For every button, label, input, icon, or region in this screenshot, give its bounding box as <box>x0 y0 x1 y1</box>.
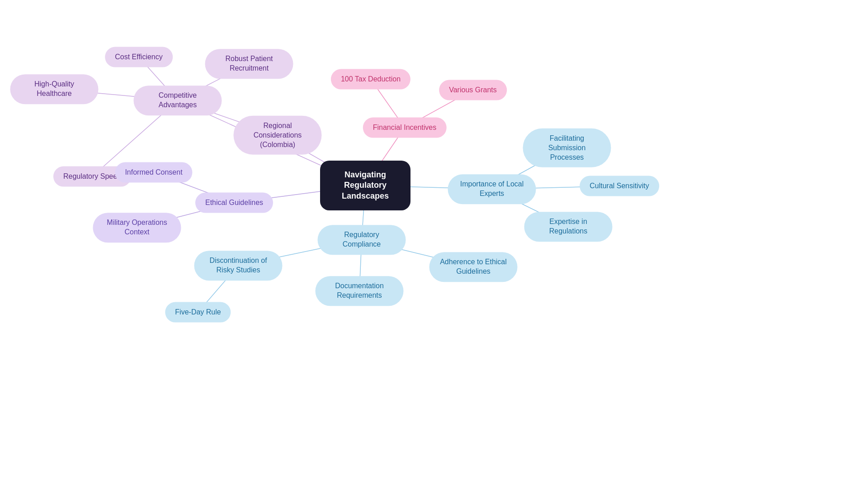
node-regulatory_compliance[interactable]: Regulatory Compliance <box>318 225 406 255</box>
node-ethical_guidelines[interactable]: Ethical Guidelines <box>195 193 273 213</box>
node-military_operations[interactable]: Military Operations Context <box>93 213 181 243</box>
node-financial_incentives[interactable]: Financial Incentives <box>363 118 447 138</box>
node-cultural_sensitivity[interactable]: Cultural Sensitivity <box>580 176 659 196</box>
node-regional_considerations[interactable]: Regional Considerations (Colombia) <box>234 116 322 155</box>
node-documentation[interactable]: Documentation Requirements <box>316 276 404 306</box>
node-expertise_regulations[interactable]: Expertise in Regulations <box>524 212 613 242</box>
node-center[interactable]: Navigating Regulatory Landscapes <box>320 161 410 210</box>
node-robust_patient[interactable]: Robust Patient Recruitment <box>205 49 293 79</box>
node-various_grants[interactable]: Various Grants <box>439 80 507 100</box>
node-importance_local[interactable]: Importance of Local Experts <box>448 174 536 204</box>
node-high_quality[interactable]: High-Quality Healthcare <box>10 74 99 104</box>
node-cost_efficiency[interactable]: Cost Efficiency <box>105 47 173 67</box>
connections-svg <box>0 0 868 490</box>
node-informed_consent[interactable]: Informed Consent <box>115 162 192 183</box>
node-competitive_advantages[interactable]: Competitive Advantages <box>134 86 222 115</box>
node-adherence_ethical[interactable]: Adherence to Ethical Guidelines <box>429 252 518 282</box>
node-five_day_rule[interactable]: Five-Day Rule <box>165 302 231 323</box>
node-discontinuation[interactable]: Discontinuation of Risky Studies <box>194 251 283 281</box>
node-tax_deduction[interactable]: 100 Tax Deduction <box>331 69 410 90</box>
mind-map: Navigating Regulatory LandscapesCompetit… <box>0 0 868 490</box>
node-facilitating_submission[interactable]: Facilitating Submission Processes <box>523 128 611 167</box>
